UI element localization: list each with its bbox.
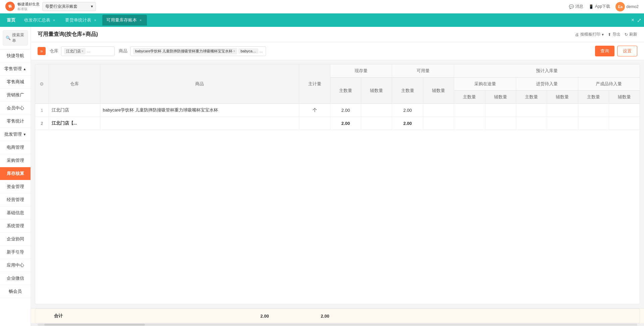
nav-window-btns: × ⤢ [631,17,641,24]
mobile-icon: 📱 [589,4,594,9]
th-current-stock-group: 现存量 [330,64,392,78]
close-window-btn[interactable]: × [631,17,634,24]
th-available-aux: 辅数量 [423,78,454,104]
sidebar: 🔍 搜索菜单 快捷导航 零售管理 ▲ 零售商城 营销推广 会员中心 零售统计 [0,27,31,326]
tab-receivables-summary[interactable]: 收发存汇总表 × [20,15,60,26]
product-input[interactable]: babycare学饮杯 儿童防摔防撞吸管杯重力球吸嘴杯宝宝水杯 × babyca… [130,46,266,56]
row-1-prod-aux [609,104,640,117]
wholesale-arrow: ▼ [23,133,26,136]
sidebar-item-ecommerce[interactable]: 电商管理 [0,141,31,154]
tenant-dropdown-icon[interactable]: ▾ [91,4,93,9]
product-more[interactable]: ... [260,49,263,53]
sidebar-item-newbie[interactable]: 新手引导 [0,246,31,259]
sidebar-item-retail-mgmt[interactable]: 零售管理 ▲ [0,62,31,76]
th-purchase-pending-group: 进货待入量 [516,78,578,91]
sidebar-item-member[interactable]: 畅会员 [0,285,31,298]
row-2-pp-aux [547,117,578,130]
data-table: ⚙ 仓库 商品 主计量 现存量 [35,64,640,130]
filter-toggle-btn[interactable]: » [38,47,46,55]
row-1-unit: 个 [299,104,330,117]
product-label: 商品 [119,48,127,54]
th-col-settings[interactable]: ⚙ [35,64,49,104]
app-download-label: App下载 [595,4,610,9]
user-name: demo2 [626,4,639,9]
tab-receivables-close[interactable]: × [52,17,56,23]
search-menu-btn[interactable]: 🔍 搜索菜单 [3,30,28,46]
message-btn[interactable]: 💬 消息 [569,4,583,9]
top-bar: 畅 畅捷通好生意 标准版 母婴行业演示账套 ▾ 💬 消息 📱 App下载 Ea … [0,0,644,13]
row-1-pp-aux [547,104,578,117]
th-forecast-in-group: 预计入库量 [454,64,640,78]
sidebar-item-marketing[interactable]: 营销推广 [0,89,31,102]
row-2-prod-aux [609,117,640,130]
refresh-icon: ↻ [625,32,628,37]
table-area: ⚙ 仓库 商品 主计量 现存量 [35,64,640,304]
th-product-pending-main: 主数量 [578,91,609,104]
sidebar-item-basic-info[interactable]: 基础信息 [0,206,31,220]
warehouse-filter: 仓库 江北门店 × ... [50,46,115,56]
app-download-btn[interactable]: 📱 App下载 [589,4,610,9]
message-label: 消息 [575,4,583,9]
scroll-bar-track [38,324,637,326]
print-dropdown-icon: ▾ [602,32,604,37]
scroll-bar-container [31,323,644,326]
warehouse-more[interactable]: ... [87,49,90,53]
product-tag1-close[interactable]: × [233,49,235,53]
th-product: 商品 [100,64,299,104]
warehouse-label: 仓库 [50,48,58,54]
sidebar-item-quick-nav[interactable]: 快捷导航 [0,49,31,62]
row-1-pt-main [454,104,485,117]
main-layout: 🔍 搜索菜单 快捷导航 零售管理 ▲ 零售商城 营销推广 会员中心 零售统计 [0,27,644,326]
row-2-pt-aux [485,117,516,130]
summary-available-main: 2.00 [308,312,342,320]
row-2-available-aux [423,117,454,130]
settings-button[interactable]: 设置 [617,46,637,56]
row-1-prod-main [578,104,609,117]
sidebar-item-app-center[interactable]: 应用中心 [0,259,31,272]
export-btn[interactable]: ⬆ 导出 [608,32,621,37]
logo-icon: 畅 [5,2,15,11]
tab-available-inventory[interactable]: 可用量库存账本 × [102,15,147,26]
page-title: 可用量查询(按仓库+商品) [38,31,98,38]
scroll-bar-thumb[interactable] [44,324,145,326]
sidebar-item-operations[interactable]: 经营管理 [0,193,31,206]
sidebar-item-inventory[interactable]: 库存核算 [0,167,31,180]
refresh-btn[interactable]: ↻ 刷新 [625,32,637,37]
row-2-product [100,117,299,130]
warehouse-tag-close[interactable]: × [82,49,84,53]
row-1-available-main: 2.00 [392,104,423,117]
row-1-num: 1 [35,104,49,117]
expand-window-btn[interactable]: ⤢ [637,17,641,24]
tab-order-stats[interactable]: 要货单统计表 × [61,15,101,26]
summary-bar: 合计 2.00 2.00 [31,308,644,323]
tab-order-stats-label: 要货单统计表 [65,17,91,23]
sidebar-item-purchase[interactable]: 采购管理 [0,154,31,167]
warehouse-input[interactable]: 江北门店 × ... [61,46,115,56]
tab-order-stats-close[interactable]: × [93,17,97,23]
row-2-pp-main [516,117,547,130]
tab-available-inventory-label: 可用量库存账本 [106,17,137,23]
query-button[interactable]: 查询 [595,46,614,56]
summary-label: 合计 [49,312,99,320]
printer-icon: 🖨 [575,32,579,37]
table-row: 2 江北门店【... 2.00 2.00 [35,117,640,130]
tab-available-inventory-close[interactable]: × [138,17,143,23]
tenant-selector[interactable]: 母婴行业演示账套 ▾ [42,2,96,11]
th-available-main: 主数量 [392,78,423,104]
sidebar-item-member-center[interactable]: 会员中心 [0,102,31,115]
row-1-pt-aux [485,104,516,117]
sidebar-item-system[interactable]: 系统管理 [0,220,31,233]
sidebar-item-retail-mall[interactable]: 零售商城 [0,76,31,89]
top-bar-right: 💬 消息 📱 App下载 Ea demo2 [569,2,639,11]
sidebar-item-wholesale-mgmt[interactable]: 批发管理 ▼ [0,128,31,141]
user-profile[interactable]: Ea demo2 [615,2,639,11]
print-template-btn[interactable]: 🖨 按模板打印 ▾ [575,32,604,37]
sidebar-item-enterprise[interactable]: 企业协同 [0,233,31,246]
sidebar-item-finance[interactable]: 资金管理 [0,180,31,193]
tab-home[interactable]: 首页 [3,15,19,26]
sidebar-item-wechat[interactable]: 企业微信 [0,272,31,285]
search-menu-label: 搜索菜单 [12,32,25,44]
col-settings-icon[interactable]: ⚙ [40,81,44,87]
sidebar-item-retail-stats[interactable]: 零售统计 [0,115,31,128]
tab-home-label: 首页 [7,17,15,23]
